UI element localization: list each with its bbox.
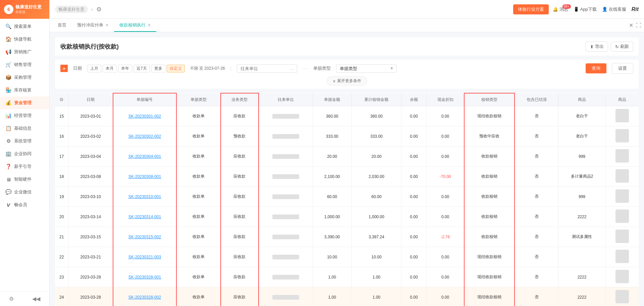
bill-type-select[interactable]: 单据类型 收款单 红字收款单 [336, 64, 396, 73]
cell-bill-no: SK-20230310-001 [113, 187, 176, 207]
sidebar-item-guide[interactable]: ❓ 新手引导 [0, 160, 49, 173]
rit-text: Rit [632, 6, 639, 12]
more-date-button[interactable]: 更多 [151, 65, 165, 72]
filter-divider: | [230, 66, 231, 71]
sidebar-item-member[interactable]: V 畅会员 [0, 198, 49, 211]
cell-bill-no: SK-20230314-001 [113, 207, 176, 227]
expand-down-icon: ∨ [333, 79, 336, 83]
app-download-link[interactable]: 📱 App下载 [574, 6, 597, 12]
sidebar-item-operations[interactable]: 📊 经营管理 [0, 109, 49, 122]
sidebar-settings-btn[interactable]: ⚙ [6, 294, 16, 303]
cell-total-write-off: 1.00 [352, 267, 401, 287]
bill-no-link[interactable]: SK-20230308-001 [128, 174, 161, 179]
sidebar-nav: 🔍 搜索菜单 🏠 快捷导航 📢 营销推广 🛒 销售管理 📦 采购管理 🏪 库存核… [0, 19, 49, 291]
page-title: 收款核销执行(按收款) [60, 43, 119, 51]
bill-no-link[interactable]: SK-20230304-001 [128, 154, 161, 159]
table-settings-icon[interactable]: ⚙ [59, 97, 64, 102]
guide-icon: ❓ [5, 164, 11, 170]
bill-no-link[interactable]: SK-20230310-001 [128, 194, 161, 199]
sidebar-item-label: 智能硬件 [14, 176, 32, 182]
table-body: 15 2023-03-01 SK-20230301-002 收款单 应收款 ██… [55, 106, 639, 306]
member-icon: V [5, 202, 11, 208]
cell-bill-type: 收款单 [176, 227, 221, 247]
cell-date: 2023-03-28 [68, 287, 113, 306]
tab-prepay[interactable]: 预付冲应付单 ✕ [72, 19, 114, 32]
sidebar-item-inventory[interactable]: 🏪 库存核算 [0, 84, 49, 97]
unit-filter-input[interactable] [237, 64, 297, 73]
cell-amount: 1,000.00 [313, 207, 352, 227]
tab-prepay-label: 预付冲应付单 [77, 22, 103, 28]
notifications-button[interactable]: 🔔 消息 99+ [553, 6, 568, 12]
cell-write-off-type: 现结收款核销 [464, 247, 515, 267]
cell-biz-type: 应收款 [221, 287, 259, 306]
refresh-button[interactable]: ↻ 刷新 [611, 42, 633, 52]
tab-close-action-icon[interactable]: ✕ [629, 22, 633, 28]
cell-bill-no: SK-20230301-002 [113, 106, 176, 126]
th-settings[interactable]: ⚙ [55, 93, 68, 106]
cell-no: 24 [55, 287, 68, 306]
cell-bill-no: SK-20230328-002 [113, 287, 176, 306]
bill-no-link[interactable]: SK-20230302-002 [128, 134, 161, 139]
bill-no-link[interactable]: SK-20230321-003 [128, 255, 161, 259]
last-7days-button[interactable]: 近7天 [133, 65, 150, 72]
sidebar-item-quicknav[interactable]: 🏠 快捷导航 [0, 33, 49, 46]
filter-expand-button[interactable]: » [60, 65, 68, 72]
sidebar-item-basic[interactable]: 📋 基础信息 [0, 122, 49, 135]
cell-write-off-type: 收款核销 [464, 167, 515, 187]
last-month-button[interactable]: 上月 [87, 65, 101, 72]
cell-bill-type: 收款单 [176, 126, 221, 146]
cell-include-cleared: 否 [515, 167, 558, 187]
tab-collection[interactable]: 收款核销执行 ✕ [114, 19, 156, 32]
export-button[interactable]: ⬆ 导出 [586, 42, 608, 52]
sidebar-item-purchase[interactable]: 📦 采购管理 [0, 71, 49, 84]
sidebar-bottom: ⚙ ◀◀ [0, 291, 49, 306]
tab-prepay-close-icon[interactable]: ✕ [105, 23, 109, 27]
bill-no-link[interactable]: SK-20230328-001 [128, 275, 161, 280]
bell-icon: 🔔 [553, 7, 558, 12]
breadcrumb-text: 畅康道好生意 [55, 6, 88, 13]
tab-home[interactable]: 首页 [52, 19, 72, 32]
this-year-button[interactable]: 本年 [118, 65, 132, 72]
sidebar-collapse-btn[interactable]: ◀◀ [30, 294, 43, 303]
cell-biz-type: 应收款 [221, 207, 259, 227]
bill-no-link[interactable]: SK-20230314-001 [128, 215, 161, 219]
online-service-link[interactable]: 👤 在线客服 [602, 6, 626, 12]
inventory-icon: 🏪 [5, 87, 11, 93]
cell-balance: 0.00 [401, 207, 427, 227]
enterprise-icon: 🏢 [5, 151, 11, 157]
custom-date-button[interactable]: 自定义 [167, 65, 185, 72]
cell-unit: ████ [259, 207, 313, 227]
sidebar-item-label: 企业协同 [14, 151, 32, 157]
industry-solution-button[interactable]: 体验行业方案 [513, 4, 549, 14]
sidebar-item-wechat[interactable]: 💬 企业微信 [0, 186, 49, 198]
cell-bill-no: SK-20230321-003 [113, 247, 176, 267]
tab-collection-close-icon[interactable]: ✕ [148, 23, 151, 27]
cell-cash-discount: -70.00 [427, 167, 464, 187]
table-row: 22 2023-03-21 SK-20230321-003 收款单 应收款 ██… [55, 247, 639, 267]
cell-bill-no: SK-20230304-001 [113, 146, 176, 167]
header-gear-icon[interactable]: ⚙ [96, 6, 102, 13]
online-service-label: 在线客服 [609, 6, 626, 12]
bill-no-link[interactable]: SK-20230315-002 [128, 235, 161, 239]
sidebar-item-marketing[interactable]: 📢 营销推广 [0, 46, 49, 58]
basic-icon: 📋 [5, 125, 11, 131]
cell-bill-type: 收款单 [176, 207, 221, 227]
bill-no-link[interactable]: SK-20230328-002 [128, 295, 161, 300]
sidebar-item-finance[interactable]: 💰 资金管理 [0, 97, 49, 109]
expand-more-button[interactable]: ∨ 展开更多条件 [327, 76, 367, 85]
top-header: 畅康道好生意 ∨ ⚙ 体验行业方案 🔔 消息 99+ 📱 App下载 👤 在线客… [50, 0, 644, 19]
bill-no-link[interactable]: SK-20230301-002 [128, 114, 161, 119]
cell-bill-no: SK-20230328-001 [113, 267, 176, 287]
sidebar-item-search[interactable]: 🔍 搜索菜单 [0, 20, 49, 33]
tab-expand-action-icon[interactable]: ⛶ [636, 22, 641, 28]
sidebar-item-hardware[interactable]: 🖥 智能硬件 [0, 173, 49, 186]
sidebar-item-sales[interactable]: 🛒 销售管理 [0, 58, 49, 71]
sidebar-item-enterprise[interactable]: 🏢 企业协同 [0, 147, 49, 160]
this-month-button[interactable]: 本月 [103, 65, 117, 72]
filter-settings-button[interactable]: 设置 [612, 63, 633, 74]
th-date: 日期 [68, 93, 113, 106]
cell-no: 20 [55, 207, 68, 227]
query-button[interactable]: 查询 [586, 63, 606, 73]
cell-no: 16 [55, 126, 68, 146]
sidebar-item-system[interactable]: ⚙ 系统管理 [0, 135, 49, 147]
